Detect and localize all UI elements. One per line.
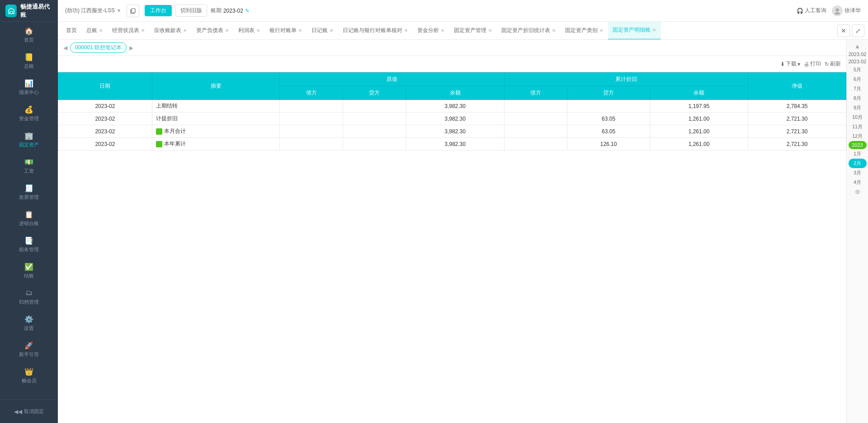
table-cell: 2,784.35 bbox=[748, 100, 846, 113]
tab-receivable[interactable]: 应收账龄表 ✕ bbox=[150, 22, 192, 40]
tab-fixed-detail-close[interactable]: ✕ bbox=[652, 28, 656, 33]
sidebar-item-salary[interactable]: 💵 工资 bbox=[0, 153, 58, 179]
reports-icon: 📊 bbox=[24, 79, 33, 88]
tab-fixed-mgmt[interactable]: 固定资产管理 ✕ bbox=[449, 22, 497, 40]
fixed-assets-icon: 🏢 bbox=[24, 131, 33, 140]
sidebar-item-home[interactable]: 🏠 首页 bbox=[0, 22, 58, 48]
tab-fund-analysis-close[interactable]: ✕ bbox=[441, 28, 444, 33]
tab-profit[interactable]: 利润表 ✕ bbox=[234, 22, 265, 40]
timeline-month-1[interactable]: 1月 bbox=[849, 149, 867, 159]
timeline-month-9[interactable]: 9月 bbox=[849, 103, 867, 113]
tab-depreciation-stat-close[interactable]: ✕ bbox=[552, 28, 556, 33]
sidebar-item-closing[interactable]: ✅ 结账 bbox=[0, 258, 58, 284]
print-button[interactable]: 🖨 打印 bbox=[804, 60, 821, 68]
period-edit-icon[interactable]: ✎ bbox=[245, 8, 250, 14]
timeline-year-2023-tag[interactable]: 2023 bbox=[849, 141, 867, 149]
period-value: 2023-02 bbox=[223, 8, 243, 14]
th-original: 原值 bbox=[280, 73, 504, 86]
timeline-more-icon[interactable]: ⊕ bbox=[854, 187, 861, 196]
print-label: 打印 bbox=[810, 60, 821, 68]
user-button[interactable]: 徐泽华 bbox=[832, 5, 861, 16]
timeline-month-10[interactable]: 10月 bbox=[849, 113, 867, 122]
sidebar-item-reports[interactable]: 📊 报表中心 bbox=[0, 74, 58, 100]
sidebar: 畅捷通易代账 🏠 首页 📒 总账 📊 报表中心 💰 资金管理 🏢 固定资产 💵 … bbox=[0, 0, 58, 423]
timeline-month-11[interactable]: 11月 bbox=[849, 122, 867, 132]
svg-point-2 bbox=[836, 8, 839, 11]
timeline-month-8[interactable]: 8月 bbox=[849, 94, 867, 103]
timeline-month-12[interactable]: 12月 bbox=[849, 132, 867, 141]
sidebar-item-archive[interactable]: 🗂 归档管理 bbox=[0, 284, 58, 310]
refresh-button[interactable]: ↻ 刷新 bbox=[825, 60, 841, 68]
main-area: (劲功) 江西服坐-LSS ▼ 工作台 切到旧版 账期 2023-02 ✎ 🎧 … bbox=[58, 0, 868, 423]
tab-ledger-close[interactable]: ✕ bbox=[99, 28, 103, 33]
sidebar-label-vip: 畅会员 bbox=[22, 377, 37, 384]
subnav-prev-icon[interactable]: ◀ bbox=[63, 45, 67, 51]
th-dep-debit: 借方 bbox=[504, 86, 567, 100]
tab-assets-liabilities-close[interactable]: ✕ bbox=[225, 28, 229, 33]
subnav-next-icon[interactable]: ▶ bbox=[129, 45, 133, 51]
logo-icon bbox=[5, 5, 17, 17]
user-name: 徐泽华 bbox=[844, 7, 861, 14]
sidebar-item-vip[interactable]: 👑 畅会员 bbox=[0, 362, 58, 389]
tab-bank-statement-label: 银行对账单 bbox=[269, 27, 297, 34]
tab-bank-statement-close[interactable]: ✕ bbox=[298, 28, 302, 33]
th-orig-balance: 余额 bbox=[406, 86, 504, 100]
timeline-month-5[interactable]: 5月 bbox=[849, 65, 867, 75]
tab-fixed-type[interactable]: 固定资产类别 ✕ bbox=[561, 22, 608, 40]
tab-journal[interactable]: 日记账 ✕ bbox=[307, 22, 338, 40]
sidebar-item-tax[interactable]: 📑 税务管理 bbox=[0, 231, 58, 258]
tab-profit-close[interactable]: ✕ bbox=[256, 28, 260, 33]
sidebar-item-settings[interactable]: ⚙️ 设置 bbox=[0, 310, 58, 336]
tabs-close-all-button[interactable]: ✕ bbox=[837, 24, 850, 37]
copy-button[interactable] bbox=[127, 5, 139, 17]
company-selector[interactable]: (劲功) 江西服坐-LSS ▼ bbox=[65, 7, 121, 14]
tab-operation[interactable]: 经营状况表 ✕ bbox=[108, 22, 150, 40]
sidebar-item-funds[interactable]: 💰 资金管理 bbox=[0, 100, 58, 127]
tab-fixed-type-close[interactable]: ✕ bbox=[599, 28, 603, 33]
tab-fixed-mgmt-close[interactable]: ✕ bbox=[488, 28, 492, 33]
tab-depreciation-stat[interactable]: 固定资产折旧统计表 ✕ bbox=[497, 22, 561, 40]
tabs-expand-button[interactable]: ⤢ bbox=[852, 24, 864, 37]
cancel-fixed-button[interactable]: ◀◀ 取消固定 bbox=[0, 404, 58, 418]
vip-icon: 👑 bbox=[24, 367, 33, 376]
sidebar-label-tax: 税务管理 bbox=[19, 246, 39, 253]
tab-journal-bank-check[interactable]: 日记账与银行对账单核对 ✕ bbox=[338, 22, 413, 40]
sidebar-item-fixed-assets[interactable]: 🏢 固定资产 bbox=[0, 127, 58, 153]
workbench-button[interactable]: 工作台 bbox=[145, 5, 172, 16]
table-row: 2023-02本月合计3,982.3063.051,261.002,721.30 bbox=[58, 125, 846, 138]
download-button[interactable]: ⬇ 下载 ▾ bbox=[780, 60, 800, 68]
archive-icon: 🗂 bbox=[24, 288, 33, 297]
table-cell: 2023-02 bbox=[58, 113, 152, 125]
tab-fixed-detail[interactable]: 固定资产明细账 ✕ bbox=[608, 22, 661, 40]
guide-icon: 🚀 bbox=[24, 341, 33, 350]
tab-fund-analysis[interactable]: 资金分析 ✕ bbox=[413, 22, 449, 40]
tab-journal-bank-check-close[interactable]: ✕ bbox=[404, 28, 408, 33]
sidebar-item-invoice[interactable]: 🧾 发票管理 bbox=[0, 179, 58, 205]
tab-bank-statement[interactable]: 银行对账单 ✕ bbox=[265, 22, 307, 40]
tab-home[interactable]: 首页 bbox=[61, 22, 82, 40]
sidebar-label-ledger: 总账 bbox=[24, 63, 34, 70]
timeline-month-4[interactable]: 4月 bbox=[849, 178, 867, 187]
sidebar-item-ledger[interactable]: 📒 总账 bbox=[0, 48, 58, 74]
sidebar-item-guide[interactable]: 🚀 新手引导 bbox=[0, 336, 58, 362]
tab-receivable-close[interactable]: ✕ bbox=[183, 28, 187, 33]
timeline-month-2-active[interactable]: 2月 bbox=[849, 159, 867, 168]
tab-journal-close[interactable]: ✕ bbox=[330, 28, 333, 33]
period-label: 账期 bbox=[211, 7, 222, 14]
timeline-month-6[interactable]: 6月 bbox=[849, 75, 867, 84]
old-version-button[interactable]: 切到旧版 bbox=[175, 5, 207, 17]
sidebar-item-sales[interactable]: 📋 进销台账 bbox=[0, 205, 58, 231]
tab-ledger[interactable]: 总账 ✕ bbox=[82, 22, 108, 40]
table-cell bbox=[343, 113, 406, 125]
service-button[interactable]: 🎧 人工客询 bbox=[797, 7, 826, 14]
timeline-month-7[interactable]: 7月 bbox=[849, 84, 867, 94]
tab-operation-close[interactable]: ✕ bbox=[141, 28, 145, 33]
timeline-scroll-up[interactable]: ▲ bbox=[854, 42, 862, 51]
th-orig-debit: 借方 bbox=[280, 86, 343, 100]
sidebar-label-funds: 资金管理 bbox=[19, 115, 39, 122]
tab-assets-liabilities[interactable]: 资产负债表 ✕ bbox=[192, 22, 234, 40]
table-cell bbox=[343, 125, 406, 138]
timeline-month-3[interactable]: 3月 bbox=[849, 168, 867, 178]
tab-receivable-label: 应收账龄表 bbox=[154, 27, 181, 34]
th-orig-credit: 贷方 bbox=[343, 86, 406, 100]
